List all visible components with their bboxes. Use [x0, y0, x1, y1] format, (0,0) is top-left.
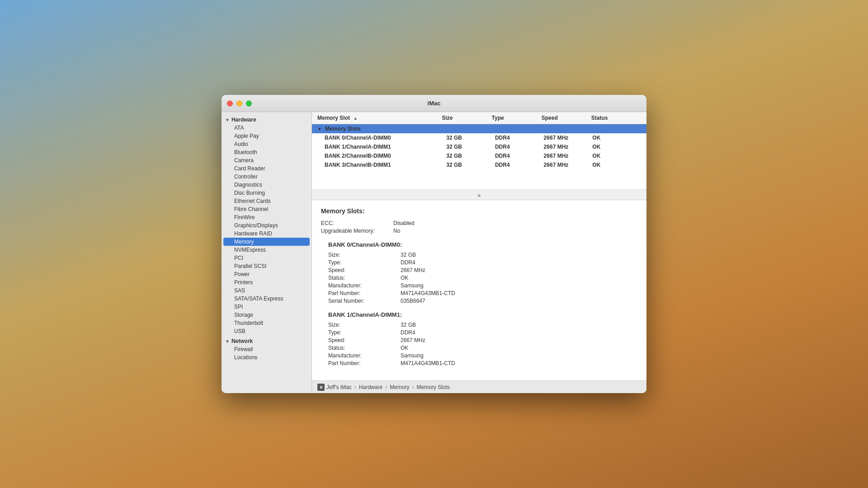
detail-row: Type: DDR4	[328, 329, 637, 336]
detail-row: Manufacturer: Samsung	[328, 282, 637, 289]
window-body: ▼ Hardware ATAApple PayAudioBluetoothCam…	[222, 112, 646, 393]
sidebar-item-memory[interactable]: Memory	[223, 238, 310, 246]
sidebar-item-card-reader[interactable]: Card Reader	[222, 164, 311, 173]
sidebar-item-storage[interactable]: Storage	[222, 311, 311, 319]
sidebar-item-ata[interactable]: ATA	[222, 124, 311, 132]
detail-value: OK	[401, 345, 408, 351]
sidebar-item-ethernet-cards[interactable]: Ethernet Cards	[222, 197, 311, 205]
cell-status: OK	[592, 153, 641, 159]
cell-slot: BANK 1/ChannelA-DIMM1	[325, 144, 446, 150]
detail-label: Manufacturer:	[328, 282, 401, 289]
detail-label: Size:	[328, 322, 401, 328]
sidebar-hardware-header[interactable]: ▼ Hardware	[222, 116, 311, 124]
sidebar-item-audio[interactable]: Audio	[222, 140, 311, 148]
sidebar-item-spi[interactable]: SPI	[222, 303, 311, 311]
close-button[interactable]	[227, 100, 233, 106]
sidebar-item-bluetooth[interactable]: Bluetooth	[222, 148, 311, 156]
table-row[interactable]: BANK 3/ChannelB-DIMM1 32 GB DDR4 2667 MH…	[312, 160, 646, 169]
table-body: ▼ Memory Slots BANK 0/ChannelA-DIMM0 32 …	[312, 124, 646, 189]
hardware-triangle-icon: ▼	[225, 117, 230, 122]
detail-value: 2667 MHz	[401, 267, 425, 273]
group-label: ▼ Memory Slots	[317, 126, 442, 132]
detail-label: Type:	[328, 259, 401, 266]
main-content: Memory Slot ▲ Size Type Speed Status ▼ M…	[312, 112, 646, 393]
sidebar-item-apple-pay[interactable]: Apple Pay	[222, 132, 311, 140]
sidebar-item-hardware-raid[interactable]: Hardware RAID	[222, 230, 311, 238]
detail-row: Part Number: M471A4G43MB1-CTD	[328, 290, 637, 296]
sidebar-item-sas[interactable]: SAS	[222, 286, 311, 295]
sidebar-item-nvmexpress[interactable]: NVMExpress	[222, 246, 311, 254]
sidebar-item-printers[interactable]: Printers	[222, 278, 311, 286]
sidebar-items: ATAApple PayAudioBluetoothCameraCard Rea…	[222, 124, 311, 335]
detail-label: Status:	[328, 275, 401, 281]
col-header-status[interactable]: Status	[591, 115, 641, 121]
network-triangle-icon: ▼	[225, 339, 230, 344]
table-group-row[interactable]: ▼ Memory Slots	[312, 124, 646, 133]
col-header-slot[interactable]: Memory Slot ▲	[317, 115, 442, 121]
sidebar-item-disc-burning[interactable]: Disc Burning	[222, 189, 311, 197]
cell-status: OK	[592, 162, 641, 168]
cell-size: 32 GB	[446, 153, 495, 159]
sidebar-item-parallel-scsi[interactable]: Parallel SCSI	[222, 262, 311, 270]
detail-row: Status: OK	[328, 345, 637, 351]
detail-label: Serial Number:	[328, 298, 401, 304]
sidebar-network-header[interactable]: ▼ Network	[222, 337, 311, 345]
detail-title: Memory Slots:	[321, 207, 637, 215]
sidebar-item-locations[interactable]: Locations	[222, 353, 311, 361]
detail-label: Part Number:	[328, 360, 401, 366]
cell-size: 32 GB	[446, 144, 495, 150]
sidebar-item-camera[interactable]: Camera	[222, 156, 311, 164]
detail-value: Samsung	[401, 282, 424, 289]
breadcrumb-sep-2: ›	[412, 384, 414, 390]
sidebar-item-controller[interactable]: Controller	[222, 173, 311, 181]
titlebar: iMac	[222, 95, 646, 112]
scrollbar-indicator	[312, 189, 646, 200]
table-row[interactable]: BANK 0/ChannelA-DIMM0 32 GB DDR4 2667 MH…	[312, 133, 646, 142]
detail-value: M471A4G43MB1-CTD	[401, 360, 455, 366]
cell-speed: 2667 MHz	[544, 144, 593, 150]
cell-speed: 2667 MHz	[544, 153, 593, 159]
detail-row: ECC: Disabled	[321, 220, 637, 226]
detail-label: Status:	[328, 345, 401, 351]
col-header-size[interactable]: Size	[442, 115, 491, 121]
sidebar-item-fibre-channel[interactable]: Fibre Channel	[222, 205, 311, 213]
detail-banks: BANK 0/ChannelA-DIMM0: Size: 32 GB Type:…	[321, 241, 637, 366]
detail-row: Upgradeable Memory: No	[321, 228, 637, 234]
breadcrumb-item-2: Memory	[390, 384, 409, 390]
breadcrumb-item-0: Jeff's iMac	[326, 384, 352, 390]
sidebar-item-graphics-displays[interactable]: Graphics/Displays	[222, 221, 311, 230]
detail-value: 32 GB	[401, 322, 416, 328]
sidebar-item-usb[interactable]: USB	[222, 327, 311, 335]
table-section: Memory Slot ▲ Size Type Speed Status ▼ M…	[312, 112, 646, 200]
sidebar-item-firewire[interactable]: FireWire	[222, 213, 311, 221]
detail-label: Type:	[328, 329, 401, 336]
sidebar-item-pci[interactable]: PCI	[222, 254, 311, 262]
col-header-speed[interactable]: Speed	[542, 115, 591, 121]
table-row[interactable]: BANK 2/ChannelB-DIMM0 32 GB DDR4 2667 MH…	[312, 151, 646, 160]
col-header-type[interactable]: Type	[492, 115, 542, 121]
breadcrumb-sep-0: ›	[354, 384, 356, 390]
bank-header: BANK 0/ChannelA-DIMM0:	[328, 241, 637, 248]
detail-value: Disabled	[393, 220, 415, 226]
detail-value: DDR4	[401, 329, 415, 336]
detail-row: Size: 32 GB	[328, 322, 637, 328]
sidebar-item-thunderbolt[interactable]: Thunderbolt	[222, 319, 311, 327]
detail-top-fields: ECC: Disabled Upgradeable Memory: No	[321, 220, 637, 234]
hardware-label: Hardware	[231, 117, 256, 123]
detail-value: OK	[401, 275, 408, 281]
detail-row: Part Number: M471A4G43MB1-CTD	[328, 360, 637, 366]
bank-header: BANK 1/ChannelA-DIMM1:	[328, 311, 637, 318]
cell-status: OK	[592, 135, 641, 141]
imac-icon: 🖥	[317, 384, 325, 391]
sidebar-item-diagnostics[interactable]: Diagnostics	[222, 181, 311, 189]
maximize-button[interactable]	[246, 100, 252, 106]
table-row[interactable]: BANK 1/ChannelA-DIMM1 32 GB DDR4 2667 MH…	[312, 142, 646, 151]
cell-speed: 2667 MHz	[544, 162, 593, 168]
minimize-button[interactable]	[236, 100, 242, 106]
sort-arrow-icon: ▲	[353, 116, 358, 121]
sidebar-item-firewall[interactable]: Firewall	[222, 345, 311, 353]
network-label: Network	[231, 338, 253, 344]
detail-row: Speed: 2667 MHz	[328, 267, 637, 273]
sidebar-item-power[interactable]: Power	[222, 270, 311, 278]
sidebar-item-sata-express[interactable]: SATA/SATA Express	[222, 295, 311, 303]
